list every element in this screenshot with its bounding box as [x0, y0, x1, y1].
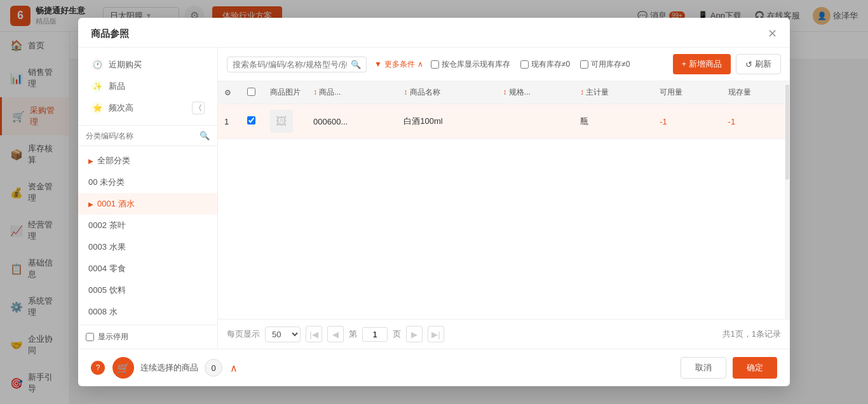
cat-0003-label: 0003 水果: [88, 242, 126, 252]
th-code-label: 商品...: [319, 88, 341, 97]
recent-icon: 🕐: [91, 58, 104, 71]
page-size-select[interactable]: 20 50 100: [265, 327, 301, 342]
page-size-label: 每页显示: [227, 328, 260, 340]
settings-icon: ⚙: [224, 88, 231, 97]
footer-collapse-arrow[interactable]: ∧: [230, 362, 238, 374]
row-index: 1: [218, 104, 241, 139]
prev-page-button[interactable]: ◀: [327, 326, 344, 342]
sort-icon-spec: ↕: [503, 88, 506, 97]
cat-item-all[interactable]: ▶ 全部分类: [78, 150, 217, 172]
sort-icon-name: ↕: [403, 88, 407, 97]
th-unit[interactable]: ↕ 主计量: [574, 81, 653, 104]
cat-uncategorized-label: 00 未分类: [88, 177, 125, 187]
sort-icon-unit: ↕: [580, 88, 584, 97]
row-code: 000600...: [307, 104, 397, 139]
cat-item-uncategorized[interactable]: 00 未分类: [78, 172, 217, 193]
cart-icon-button[interactable]: 🛒: [112, 357, 134, 379]
check-available-stock-input[interactable]: [580, 60, 588, 69]
table-scrollbar[interactable]: [785, 81, 790, 319]
th-available: 可用量: [653, 81, 721, 104]
category-search-input[interactable]: [86, 131, 196, 140]
cat-0001-arrow-icon: ▶: [88, 201, 93, 208]
cat-0005-label: 0005 饮料: [88, 285, 126, 295]
sort-icon-code: ↕: [313, 88, 317, 97]
more-filter-button[interactable]: ▼ 更多条件 ∧: [374, 59, 423, 70]
check-nonzero-stock[interactable]: 现有库存≠0: [520, 59, 570, 70]
search-icon[interactable]: 🔍: [351, 60, 361, 69]
check-warehouse-stock-input[interactable]: [431, 60, 439, 69]
th-spec-label: 规格...: [509, 88, 531, 97]
frequent-icon: ⭐: [91, 102, 104, 114]
collapse-button[interactable]: 《: [192, 102, 205, 114]
category-list: ▶ 全部分类 00 未分类 ▶ 0001 酒水 0002 茶叶 0003 水果: [78, 146, 217, 325]
th-spec[interactable]: ↕ 规格...: [496, 81, 573, 104]
confirm-button[interactable]: 确定: [733, 357, 777, 379]
row-checkbox[interactable]: [247, 116, 255, 125]
category-search-icon[interactable]: 🔍: [200, 131, 210, 140]
first-page-button[interactable]: |◀: [306, 326, 322, 342]
cat-item-0001[interactable]: ▶ 0001 酒水: [78, 193, 217, 215]
filter-frequent-label: 频次高: [109, 102, 133, 114]
check-nonzero-label: 现有库存≠0: [531, 59, 570, 70]
select-all-checkbox[interactable]: [247, 88, 255, 96]
filter-collapse-icon: ∧: [417, 60, 423, 69]
th-unit-label: 主计量: [586, 88, 609, 97]
new-icon: ✨: [91, 80, 104, 93]
th-name[interactable]: ↕ 商品名称: [397, 81, 496, 104]
next-page-button[interactable]: ▶: [406, 326, 423, 342]
table-header-row: ⚙ 商品图片 ↕ 商品...: [218, 81, 790, 104]
row-spec: [496, 104, 573, 139]
check-warehouse-stock[interactable]: 按仓库显示现有库存: [431, 59, 510, 70]
last-page-button[interactable]: ▶|: [428, 326, 444, 342]
toolbar-actions: + 新增商品 ↺ 刷新: [673, 54, 781, 74]
cart-count: 0: [205, 359, 222, 377]
product-search-box: 🔍: [227, 57, 367, 72]
cat-0004-label: 0004 零食: [88, 264, 126, 273]
row-unit: 瓶: [574, 104, 653, 139]
left-panel: 🕐 近期购买 ✨ 新品 ⭐ 频次高 《 🔍: [78, 48, 218, 349]
cart-section: 🛒 连续选择的商品 0: [112, 357, 222, 379]
th-available-label: 可用量: [660, 88, 682, 97]
all-arrow-icon: ▶: [88, 158, 93, 165]
cat-item-0003[interactable]: 0003 水果: [78, 236, 217, 258]
modal-close-button[interactable]: ✕: [768, 27, 777, 41]
cancel-button[interactable]: 取消: [681, 357, 726, 379]
filter-frequent[interactable]: ⭐ 频次高 《: [86, 97, 210, 119]
cat-item-0004[interactable]: 0004 零食: [78, 258, 217, 279]
page-suffix: 页: [393, 328, 401, 340]
product-reference-modal: 商品参照 ✕ 🕐 近期购买 ✨ 新品 ⭐ 频次高: [78, 18, 790, 386]
cat-item-0005[interactable]: 0005 饮料: [78, 279, 217, 301]
page-number-input[interactable]: [362, 327, 388, 342]
modal-footer: ? 🛒 连续选择的商品 0 ∧ 取消 确定: [78, 349, 790, 386]
show-disabled-label: 显示停用: [98, 332, 128, 342]
product-table-container: ⚙ 商品图片 ↕ 商品...: [218, 81, 790, 319]
table-body: 1 🖼 000600... 白酒100ml 瓶: [218, 104, 790, 139]
refresh-label: 刷新: [755, 58, 771, 70]
check-nonzero-stock-input[interactable]: [520, 60, 529, 69]
filter-recent-label: 近期购买: [109, 59, 142, 71]
cat-item-0008[interactable]: 0008 水: [78, 301, 217, 323]
th-image: 商品图片: [264, 81, 307, 104]
show-disabled-area: 显示停用: [78, 325, 217, 349]
modal-overlay: 商品参照 ✕ 🕐 近期购买 ✨ 新品 ⭐ 频次高: [0, 0, 868, 404]
th-settings[interactable]: ⚙: [218, 81, 241, 104]
filter-recent[interactable]: 🕐 近期购买: [86, 54, 210, 76]
check-warehouse-label: 按仓库显示现有库存: [442, 59, 510, 70]
product-search-input[interactable]: [233, 60, 347, 69]
filter-new[interactable]: ✨ 新品: [86, 76, 210, 97]
refresh-icon: ↺: [745, 60, 752, 69]
footer-actions: 取消 确定: [681, 357, 777, 379]
check-available-label: 可用库存≠0: [591, 59, 630, 70]
refresh-button[interactable]: ↺ 刷新: [736, 54, 781, 74]
add-product-button[interactable]: + 新增商品: [673, 54, 731, 74]
row-stock: -1: [722, 104, 790, 139]
cart-label: 连续选择的商品: [140, 362, 198, 374]
product-table: ⚙ 商品图片 ↕ 商品...: [218, 81, 790, 139]
show-disabled-checkbox[interactable]: [86, 333, 94, 341]
cat-item-0002[interactable]: 0002 茶叶: [78, 215, 217, 236]
table-row[interactable]: 1 🖼 000600... 白酒100ml 瓶: [218, 104, 790, 139]
check-available-stock[interactable]: 可用库存≠0: [580, 59, 630, 70]
help-button[interactable]: ?: [91, 361, 105, 375]
th-code[interactable]: ↕ 商品...: [307, 81, 397, 104]
pagination-bar: 每页显示 20 50 100 |◀ ◀ 第 页 ▶ ▶| 共1页，1条记录: [218, 319, 790, 349]
